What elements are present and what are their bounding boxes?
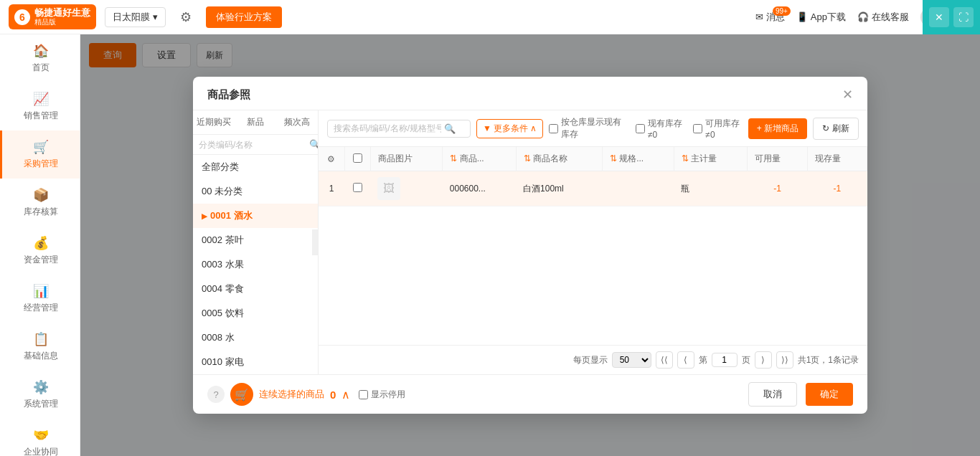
th-settings[interactable]: ⚙	[319, 147, 344, 171]
filter-btn[interactable]: ▼ 更多条件 ∧	[476, 119, 543, 138]
cat-item-0003[interactable]: 0003 水果	[193, 252, 318, 277]
th-name[interactable]: ⇅ 商品名称	[516, 147, 602, 171]
th-code[interactable]: ⇅ 商品...	[443, 147, 516, 171]
last-page-btn[interactable]: ⟩⟩	[776, 351, 793, 369]
modal-body: 近期购买 新品 频次高 🔍 《	[193, 110, 867, 374]
table-row[interactable]: 1 🖼 000600... 白酒100ml 瓶	[319, 171, 867, 206]
prev-page-btn[interactable]: ⟨	[677, 351, 694, 369]
sidebar-item-sales[interactable]: 📈 销售管理	[0, 82, 80, 130]
category-search[interactable]: 🔍	[193, 135, 318, 155]
footer-left: ? 🛒 连续选择的商品 0 ∧	[207, 383, 350, 406]
cat-arrow-icon: ▶	[202, 212, 207, 220]
checkbox-filters: 按仓库显示现有库存 现有库存≠0 可用库存≠0	[549, 116, 743, 141]
th-checkbox[interactable]	[344, 147, 370, 171]
checkbox-available-label[interactable]: 可用库存≠0	[693, 118, 742, 140]
sales-icon: 📈	[33, 91, 49, 107]
tab-recent[interactable]: 近期购买	[193, 110, 235, 134]
category-tabs: 近期购买 新品 频次高	[193, 110, 318, 135]
modal-title: 商品参照	[207, 88, 250, 102]
system-icon: ⚙️	[33, 379, 49, 395]
cat-item-0010[interactable]: 0010 家电	[193, 350, 318, 374]
sidebar-item-purchase[interactable]: 🛒 采购管理	[0, 130, 80, 179]
product-search-box[interactable]: 🔍	[327, 120, 471, 138]
category-panel: 近期购买 新品 频次高 🔍 《	[193, 110, 319, 374]
logo-text: 畅捷通好生意 精品版	[34, 7, 90, 27]
next-page-btn[interactable]: ⟩	[755, 351, 772, 369]
td-stock: -1	[807, 171, 867, 206]
chevron-down-icon: ▾	[153, 11, 158, 22]
sidebar-item-coop[interactable]: 🤝 企业协同	[0, 419, 80, 456]
logo[interactable]: 6 畅捷通好生意 精品版	[9, 4, 96, 30]
cat-item-all[interactable]: 全部分类	[193, 155, 318, 179]
cat-item-0002[interactable]: 0002 茶叶	[193, 228, 318, 252]
message-btn[interactable]: ✉ 消息 99+	[755, 11, 785, 24]
cancel-btn[interactable]: 取消	[748, 382, 797, 407]
category-search-input[interactable]	[199, 140, 306, 150]
show-disabled-checkbox[interactable]	[359, 390, 368, 399]
refresh-icon: ↻	[822, 123, 829, 133]
top-nav: 6 畅捷通好生意 精品版 日太阳膜 ▾ ⚙ 体验行业方案 ✉ 消息 99+ 📱 …	[0, 0, 980, 34]
teal-close-btn[interactable]: ✕	[929, 7, 949, 27]
sort-icon: ⇅	[450, 153, 457, 163]
search-icon[interactable]: 🔍	[444, 123, 456, 134]
checkbox-stock[interactable]	[636, 124, 645, 133]
tab-frequent[interactable]: 频次高	[276, 110, 318, 134]
page-size-select[interactable]: 50 10 20 100	[612, 352, 651, 368]
cat-item-0004[interactable]: 0004 零食	[193, 277, 318, 301]
gear-icon[interactable]: ⚙	[174, 6, 197, 29]
experience-btn[interactable]: 体验行业方案	[206, 6, 282, 28]
confirm-btn[interactable]: 确定	[806, 383, 853, 406]
stock-icon: 📦	[33, 187, 49, 203]
th-unit[interactable]: ⇅ 主计量	[674, 147, 748, 171]
filter-icon: ▼	[483, 123, 491, 133]
collapse-btn[interactable]: 《	[312, 229, 319, 255]
modal-header: 商品参照 ✕	[193, 77, 867, 110]
tab-new[interactable]: 新品	[235, 110, 276, 134]
sidebar-item-system[interactable]: ⚙️ 系统管理	[0, 371, 80, 419]
th-spec[interactable]: ⇅ 规格...	[602, 147, 674, 171]
right-panel: 🔍 ▼ 更多条件 ∧ 按仓库显示现有库存	[319, 110, 867, 374]
th-stock: 现存量	[807, 147, 867, 171]
cat-item-0005[interactable]: 0005 饮料	[193, 301, 318, 326]
cat-item-00[interactable]: 00 未分类	[193, 179, 318, 204]
help-btn[interactable]: ?	[207, 386, 225, 403]
sidebar-item-home[interactable]: 🏠 首页	[0, 34, 80, 82]
nav-dropdown[interactable]: 日太阳膜 ▾	[105, 7, 166, 27]
page-label: 第	[699, 354, 707, 366]
chevron-up-icon: ∧	[530, 123, 537, 133]
row-checkbox[interactable]	[353, 183, 362, 192]
page-label-2: 页	[742, 354, 750, 366]
checkbox-available[interactable]	[693, 124, 702, 133]
first-page-btn[interactable]: ⟨⟨	[656, 351, 673, 369]
sidebar-item-base[interactable]: 📋 基础信息	[0, 323, 80, 371]
checkbox-stock-label[interactable]: 现有库存≠0	[636, 118, 684, 140]
modal-close-btn[interactable]: ✕	[842, 87, 853, 103]
cat-item-0001[interactable]: ▶ 0001 酒水	[193, 204, 318, 228]
layout: 🏠 首页 📈 销售管理 🛒 采购管理 📦 库存核算 💰 资金管理 📊 经营管理 …	[0, 34, 980, 456]
message-badge: 99+	[773, 6, 791, 16]
cat-item-0008[interactable]: 0008 水	[193, 326, 318, 350]
teal-expand-btn[interactable]: ⛶	[953, 7, 974, 27]
select-all-checkbox[interactable]	[353, 153, 362, 163]
add-product-btn[interactable]: + 新增商品	[748, 118, 807, 139]
footer-collapse-btn[interactable]: ∧	[341, 388, 350, 402]
sidebar-item-finance[interactable]: 💰 资金管理	[0, 227, 80, 275]
checkbox-warehouse[interactable]	[549, 124, 558, 133]
service-btn[interactable]: 🎧 在线客服	[857, 11, 909, 24]
td-checkbox[interactable]	[344, 171, 370, 206]
app-download-btn[interactable]: 📱 App下载	[796, 11, 846, 24]
sidebar-item-ops[interactable]: 📊 经营管理	[0, 275, 80, 323]
checkbox-warehouse-label[interactable]: 按仓库显示现有库存	[549, 116, 627, 141]
mobile-icon: 📱	[796, 11, 808, 22]
td-available: -1	[748, 171, 807, 206]
refresh-product-btn[interactable]: ↻ 刷新	[813, 118, 859, 140]
product-search-input[interactable]	[334, 123, 441, 133]
product-table-container: ⚙ 商品图片 ⇅ 商品...	[319, 147, 867, 345]
message-icon: ✉	[755, 11, 763, 22]
page-input[interactable]	[712, 353, 738, 367]
sort-icon: ⇅	[682, 153, 689, 163]
modal: 商品参照 ✕ 近期购买 新品 频次高	[193, 77, 867, 414]
sidebar-item-stock[interactable]: 📦 库存核算	[0, 179, 80, 227]
sidebar: 🏠 首页 📈 销售管理 🛒 采购管理 📦 库存核算 💰 资金管理 📊 经营管理 …	[0, 34, 80, 456]
cart-icon: 🛒	[230, 383, 253, 406]
